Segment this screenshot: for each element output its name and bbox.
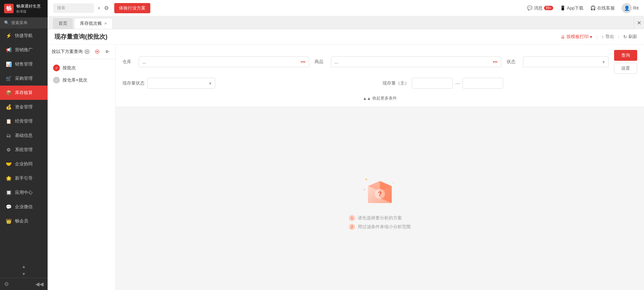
user-area[interactable]: 👤 Rit bbox=[622, 3, 639, 13]
app-download-label: App下载 bbox=[567, 5, 583, 11]
plan-warehouse-batch-label: 按仓库+批次 bbox=[63, 77, 87, 83]
topbar-gear-icon[interactable]: ⚙ bbox=[104, 5, 109, 11]
sidebar-item-label: 系统管理 bbox=[15, 147, 33, 153]
sidebar-scroll-up[interactable]: ▲ bbox=[0, 263, 48, 270]
refresh-btn[interactable]: ↻ 刷新 bbox=[623, 34, 637, 40]
sidebar-item-operations[interactable]: 📋 经营管理 bbox=[0, 114, 48, 128]
product-label: 商品 bbox=[315, 59, 328, 65]
empty-state: ? 1 请先选择要分析的方案 2 用过滤条件来缩小分析范围 bbox=[116, 107, 644, 290]
sidebar-item-label: 营销推广 bbox=[15, 47, 33, 53]
product-input[interactable]: ... ••• bbox=[331, 56, 501, 67]
sidebar-item-label: 经营管理 bbox=[15, 118, 33, 124]
product-placeholder: ... bbox=[335, 59, 338, 65]
sidebar-item-newbie[interactable]: 🌟 新手引导 bbox=[0, 171, 48, 185]
plan-batch-label: 按批次 bbox=[63, 65, 76, 71]
messages-btn[interactable]: 💬 消息 99+ bbox=[527, 5, 553, 11]
plan-batch-icon: ✓ bbox=[53, 65, 60, 71]
topbar-chevron-icon[interactable]: ▾ bbox=[98, 6, 100, 11]
export-btn[interactable]: ↑ 导出 bbox=[601, 34, 614, 40]
sidebar-header: 畅 畅康通好生意 标准版 bbox=[0, 0, 48, 17]
message-badge: 99+ bbox=[544, 6, 553, 10]
sidebar-item-label: 库存核算 bbox=[15, 90, 33, 96]
stock-quantity-from[interactable] bbox=[412, 78, 453, 89]
product-dots-icon: ••• bbox=[493, 59, 497, 65]
tab-home[interactable]: 首页 bbox=[53, 18, 73, 29]
topbar: 搜索 ▾ ⚙ 体验行业方案 💬 消息 99+ 📱 App下载 🎧 在线客服 👤 bbox=[48, 0, 644, 16]
headset-icon: 🎧 bbox=[590, 5, 596, 11]
sidebar-item-wechat[interactable]: 💬 企业微信 bbox=[0, 200, 48, 214]
tip-num-2: 2 bbox=[349, 224, 355, 230]
sidebar-search[interactable]: 🔍 搜索菜单 bbox=[0, 17, 48, 29]
page-header-actions: 🖨 按模板打印 ▾ | ↑ 导出 | ↻ 刷新 bbox=[561, 34, 637, 40]
query-btn[interactable]: 查询 bbox=[614, 50, 637, 61]
apps-icon: 🔲 bbox=[5, 189, 12, 196]
online-service-label: 在线客服 bbox=[597, 5, 615, 11]
sidebar-footer: ⚙ ◀◀ bbox=[0, 278, 48, 290]
sidebar-item-enterprise[interactable]: 🤝 企业协同 bbox=[0, 157, 48, 171]
sidebar-item-system[interactable]: ⚙ 系统管理 bbox=[0, 143, 48, 157]
sidebar-item-marketing[interactable]: 📢 营销推广 bbox=[0, 43, 48, 57]
stock-status-select[interactable]: ▾ bbox=[147, 78, 215, 89]
chevron-up-icon: ▲ bbox=[22, 264, 26, 269]
print-icon: 🖨 bbox=[561, 34, 565, 39]
panel-close-icon[interactable]: ✕ bbox=[637, 20, 641, 26]
user-icon: 👤 bbox=[624, 5, 630, 11]
print-template-label: 按模板打印 bbox=[566, 34, 589, 40]
svg-text:?: ? bbox=[378, 191, 382, 197]
settings-plan-btn[interactable] bbox=[94, 48, 101, 55]
sidebar-item-shortcut[interactable]: ⚡ 快捷导航 bbox=[0, 29, 48, 43]
phone-icon: 📱 bbox=[560, 5, 565, 11]
plan-item-warehouse-batch[interactable]: ○ 按仓库+批次 bbox=[48, 74, 115, 86]
online-service-btn[interactable]: 🎧 在线客服 bbox=[590, 5, 615, 11]
operations-icon: 📋 bbox=[5, 118, 12, 124]
export-icon: ↑ bbox=[601, 34, 604, 39]
sidebar-item-label: 畅会员 bbox=[15, 218, 28, 224]
svg-point-15 bbox=[364, 189, 365, 190]
experience-btn[interactable]: 体验行业方案 bbox=[114, 3, 150, 13]
tip-item-2: 2 用过滤条件来缩小分析范围 bbox=[349, 224, 411, 230]
empty-tips: 1 请先选择要分析的方案 2 用过滤条件来缩小分析范围 bbox=[349, 215, 411, 230]
filter-stock-status: 现存量状态 ▾ bbox=[122, 78, 377, 89]
refresh-label: 刷新 bbox=[628, 34, 637, 40]
warehouse-dots-icon: ••• bbox=[301, 59, 305, 65]
sidebar-item-sales[interactable]: 📊 销售管理 bbox=[0, 57, 48, 71]
sidebar-item-apps[interactable]: 🔲 应用中心 bbox=[0, 185, 48, 200]
collapse-more-label: 收起更多条件 bbox=[372, 95, 397, 101]
filter-product: 商品 ... ••• bbox=[315, 56, 501, 67]
collapse-up-icon: ▲▲ bbox=[363, 96, 371, 101]
tabs-wrapper: 首页 库存批次账 ✕ ✕ bbox=[48, 16, 644, 29]
settings-btn[interactable]: 设置 bbox=[614, 63, 637, 74]
topbar-search[interactable]: 搜索 bbox=[53, 3, 94, 13]
print-chevron-icon: ▾ bbox=[590, 34, 592, 39]
tab-inventory-batch[interactable]: 库存批次账 ✕ bbox=[74, 18, 113, 29]
brand-name: 畅康通好生意 bbox=[16, 3, 41, 9]
sidebar-item-inventory[interactable]: 📦 库存核算 bbox=[0, 86, 48, 100]
status-select[interactable]: ▾ bbox=[523, 56, 609, 67]
plan-item-batch[interactable]: ✓ 按批次 bbox=[48, 62, 115, 74]
warehouse-input[interactable]: ... ••• bbox=[139, 56, 309, 67]
system-icon: ⚙ bbox=[5, 147, 12, 153]
sidebar-item-basic[interactable]: 🗂 基础信息 bbox=[0, 128, 48, 143]
collapse-icon[interactable]: ◀◀ bbox=[35, 281, 44, 287]
collapse-more-btn[interactable]: ▲▲ 收起更多条件 bbox=[122, 93, 637, 101]
divider1: | bbox=[596, 34, 597, 39]
search-menu-label: 搜索菜单 bbox=[11, 20, 28, 26]
sidebar-item-purchase[interactable]: 🛒 采购管理 bbox=[0, 71, 48, 86]
sidebar-item-member[interactable]: 👑 畅会员 bbox=[0, 214, 48, 228]
add-plan-btn[interactable] bbox=[83, 48, 91, 55]
tab-panel-close[interactable]: ✕ bbox=[634, 16, 644, 29]
collapse-plan-btn[interactable] bbox=[104, 48, 111, 55]
brand-edition: 标准版 bbox=[16, 9, 41, 14]
settings-icon[interactable]: ⚙ bbox=[4, 281, 9, 287]
stock-quantity-to[interactable] bbox=[462, 78, 503, 89]
warehouse-label: 仓库 bbox=[122, 59, 136, 65]
sidebar-scroll-down[interactable]: ▼ bbox=[0, 270, 48, 278]
filter-status: 状态 ▾ bbox=[507, 56, 609, 67]
tab-close-icon[interactable]: ✕ bbox=[104, 21, 107, 26]
filter-actions: 查询 设置 bbox=[614, 50, 637, 74]
sidebar-item-finance[interactable]: 💰 资金管理 bbox=[0, 100, 48, 114]
app-download-btn[interactable]: 📱 App下载 bbox=[560, 5, 583, 11]
left-panel: 按以下方案查询 bbox=[48, 44, 116, 290]
print-template-btn[interactable]: 🖨 按模板打印 ▾ bbox=[561, 34, 592, 40]
filter-stock-quantity: 现存量（主） — bbox=[383, 78, 637, 89]
